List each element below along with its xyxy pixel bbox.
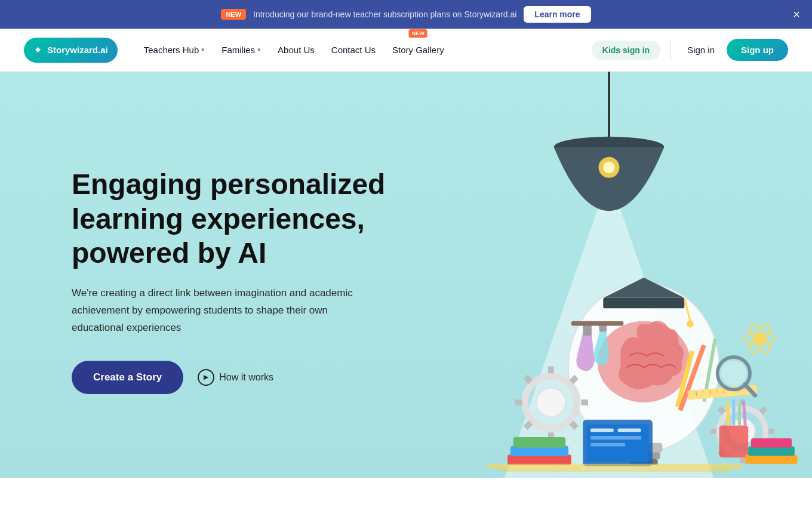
svg-point-15 [537, 388, 566, 417]
logo[interactable]: ✦ Storywizard.ai [24, 38, 118, 63]
hero-content: Engaging personalized learning experienc… [72, 167, 418, 394]
svg-line-30 [719, 408, 724, 413]
svg-rect-60 [513, 437, 565, 447]
banner-text: Introducing our brand-new teacher subscr… [253, 10, 516, 19]
create-story-button[interactable]: Create a Story [72, 361, 183, 394]
nav-divider [670, 39, 670, 61]
svg-rect-65 [719, 426, 749, 457]
navbar: ✦ Storywizard.ai Teachers Hub ▾ Families… [0, 29, 812, 72]
story-gallery-new-badge: NEW [409, 29, 427, 38]
nav-item-teachers-hub[interactable]: Teachers Hub ▾ [137, 40, 213, 60]
svg-line-47 [696, 391, 697, 396]
hero-section: Engaging personalized learning experienc… [0, 72, 812, 478]
nav-item-story-gallery[interactable]: Story Gallery [385, 40, 451, 60]
svg-rect-10 [603, 298, 684, 308]
svg-rect-73 [487, 464, 742, 469]
nav-item-story-gallery-wrapper: NEW Story Gallery [385, 40, 451, 60]
below-hero [0, 478, 812, 513]
svg-point-13 [687, 321, 694, 328]
announcement-banner: NEW Introducing our brand-new teacher su… [0, 0, 812, 29]
nav-links: Teachers Hub ▾ Families ▾ About Us Conta… [137, 40, 592, 60]
sign-in-button[interactable]: Sign in [680, 40, 722, 60]
svg-line-21 [571, 423, 577, 428]
logo-text: Storywizard.ai [47, 45, 108, 55]
play-icon: ▶ [198, 369, 214, 386]
svg-rect-42 [590, 443, 625, 447]
nav-item-about-us[interactable]: About Us [270, 40, 322, 60]
svg-rect-39 [590, 428, 614, 432]
svg-rect-40 [618, 428, 641, 432]
kids-sign-in-button[interactable]: Kids sign in [592, 41, 660, 60]
svg-rect-74 [499, 468, 731, 472]
hero-actions: Create a Story ▶ How it works [72, 361, 418, 394]
svg-rect-70 [745, 454, 797, 464]
svg-rect-36 [571, 321, 623, 326]
nav-item-families[interactable]: Families ▾ [214, 40, 268, 60]
sign-up-button[interactable]: Sign up [727, 39, 788, 61]
svg-line-69 [743, 401, 745, 426]
hero-subtitle: We're creating a direct link between ima… [72, 285, 358, 337]
svg-line-51 [724, 389, 724, 394]
nav-item-contact-us[interactable]: Contact Us [324, 40, 383, 60]
hero-illustration [406, 72, 812, 478]
chevron-down-icon: ▾ [201, 46, 205, 54]
svg-point-4 [603, 162, 614, 173]
svg-rect-71 [748, 447, 795, 456]
logo-icon: ✦ [33, 44, 42, 57]
svg-point-61 [755, 334, 765, 343]
how-it-works-link[interactable]: ▶ How it works [198, 369, 273, 386]
banner-new-badge: NEW [221, 9, 246, 20]
svg-line-23 [525, 423, 531, 428]
svg-rect-41 [590, 436, 641, 440]
svg-line-22 [571, 377, 577, 382]
svg-line-49 [710, 390, 710, 395]
svg-rect-72 [751, 438, 792, 448]
nav-auth: Kids sign in Sign in Sign up [592, 39, 788, 61]
chevron-down-icon: ▾ [257, 46, 261, 54]
hero-title: Engaging personalized learning experienc… [72, 167, 418, 271]
hero-svg [406, 72, 812, 478]
learn-more-button[interactable]: Learn more [524, 6, 590, 23]
svg-point-56 [721, 361, 746, 386]
svg-line-20 [525, 377, 531, 382]
svg-line-32 [761, 408, 766, 413]
banner-close-button[interactable]: × [793, 8, 800, 20]
